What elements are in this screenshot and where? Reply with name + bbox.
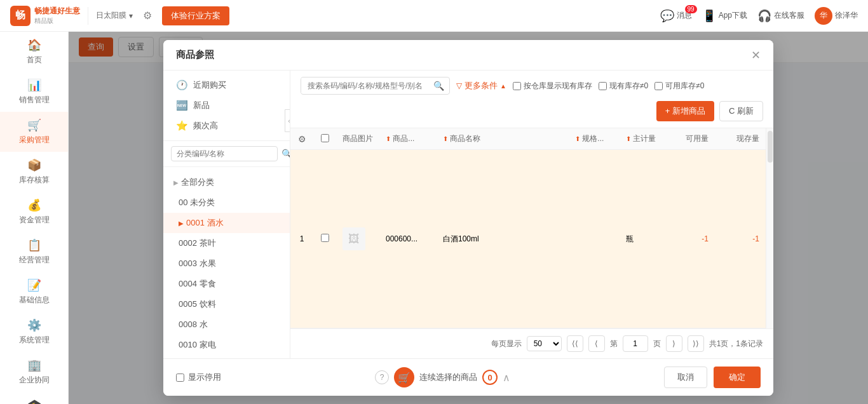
- cat-item-0005[interactable]: 0005 饮料: [163, 294, 290, 314]
- sidebar-icon-home: 🏠: [27, 38, 41, 52]
- refresh-btn[interactable]: C 刷新: [719, 101, 763, 121]
- sidebar-icon-basic: 📝: [27, 278, 41, 292]
- cat-label-0002: 0002 茶叶: [179, 238, 216, 249]
- chk-nonzero-label[interactable]: 现有库存≠0: [599, 81, 648, 91]
- confirm-btn[interactable]: 确定: [714, 367, 761, 388]
- cat-collapse-btn[interactable]: ‹‹: [285, 109, 290, 132]
- product-search-input[interactable]: [301, 78, 428, 93]
- online-service-item[interactable]: 🎧 在线客服: [757, 9, 804, 23]
- td-spec: [569, 150, 620, 328]
- gear-button[interactable]: ⚙: [140, 7, 154, 24]
- sidebar-item-guide[interactable]: 🎓新手引导: [0, 392, 68, 404]
- page-last-btn[interactable]: ⟩⟩: [688, 335, 704, 352]
- exp-btn[interactable]: 体验行业方案: [162, 6, 229, 25]
- select-all-checkbox[interactable]: [321, 134, 329, 142]
- cat-label-00: 00 未分类: [179, 197, 215, 208]
- user-avatar: 华: [815, 7, 832, 25]
- cat-search-btn[interactable]: 🔍: [281, 149, 290, 159]
- help-icon[interactable]: ?: [375, 370, 389, 384]
- product-toolbar: 🔍 ▽ 更多条件 ▲ 按仓库显示现有库存: [290, 71, 773, 128]
- td-available: -1: [664, 150, 715, 328]
- modal-dialog: 商品参照 ✕ 🕐 近期购买 🆕 新品: [163, 40, 773, 396]
- th-code[interactable]: ⬆ 商品...: [379, 128, 437, 150]
- sidebar-label-ops: 经营管理: [19, 255, 50, 266]
- th-name[interactable]: ⬆ 商品名称: [437, 128, 569, 150]
- sidebar-item-basic[interactable]: 📝基础信息: [0, 272, 68, 312]
- cat-item-0003[interactable]: 0003 水果: [163, 253, 290, 274]
- td-row-num: 1: [290, 150, 313, 328]
- selected-text: 连续选择的商品: [419, 372, 477, 383]
- show-disabled-label[interactable]: 显示停用: [176, 372, 221, 383]
- chk-nonzero[interactable]: [599, 82, 607, 90]
- th-img[interactable]: 商品图片: [336, 128, 379, 150]
- table-scrollbar[interactable]: [766, 128, 773, 328]
- messages-icon-item[interactable]: 💬 99 消息: [660, 9, 692, 23]
- chk-warehouse[interactable]: [513, 82, 521, 90]
- sidebar-icon-guide: 🎓: [27, 398, 41, 404]
- show-disabled-checkbox[interactable]: [176, 374, 184, 382]
- cat-item-0004[interactable]: 0004 零食: [163, 274, 290, 294]
- sidebar-item-ops[interactable]: 📋经营管理: [0, 232, 68, 272]
- cart-icon[interactable]: 🛒: [394, 367, 414, 387]
- sidebar-item-inventory[interactable]: 📦库存核算: [0, 152, 68, 192]
- page-input[interactable]: [623, 335, 648, 352]
- cancel-btn[interactable]: 取消: [664, 367, 707, 388]
- toolbar-actions: + 新增商品 C 刷新: [656, 101, 763, 121]
- cat-item-0008[interactable]: 0008 水: [163, 314, 290, 335]
- td-checkbox[interactable]: [313, 150, 336, 328]
- th-settings[interactable]: ⚙: [290, 128, 313, 150]
- filter-more-btn[interactable]: ▽ 更多条件 ▲: [456, 80, 506, 91]
- chk-warehouse-label[interactable]: 按仓库显示现有库存: [513, 81, 592, 91]
- cat-quick-recent[interactable]: 🕐 近期购买: [171, 76, 282, 95]
- cat-item-0010[interactable]: 0010 家电: [163, 335, 290, 355]
- page-first-btn[interactable]: ⟨⟨: [567, 335, 583, 352]
- sidebar-label-inventory: 库存核算: [19, 175, 50, 185]
- page-next-btn[interactable]: ⟩: [666, 335, 682, 352]
- add-product-btn[interactable]: + 新增商品: [656, 101, 714, 121]
- th-spec[interactable]: ⬆ 规格...: [569, 128, 620, 150]
- page-size-select[interactable]: 50 100 200: [527, 336, 562, 351]
- sidebar-icon-purchase: 🛒: [27, 118, 41, 132]
- sidebar-label-enterprise: 企业协同: [19, 375, 50, 386]
- app-download-item[interactable]: 📱 App下载: [702, 9, 747, 23]
- sidebar-item-home[interactable]: 🏠首页: [0, 32, 68, 72]
- cat-search-input[interactable]: [171, 146, 278, 161]
- modal-close-btn[interactable]: ✕: [751, 50, 761, 61]
- sidebar-item-finance[interactable]: 💰资金管理: [0, 192, 68, 232]
- company-selector[interactable]: 日太阳膜 ▾: [96, 10, 133, 21]
- modal-title: 商品参照: [176, 49, 214, 61]
- filter-more-label: 更多条件: [465, 80, 498, 91]
- refresh-label: C 刷新: [729, 105, 754, 117]
- th-unit[interactable]: ⬆ 主计量: [620, 128, 664, 150]
- sidebar-item-system[interactable]: ⚙️系统管理: [0, 312, 68, 352]
- sidebar-item-purchase[interactable]: 🛒采购管理: [0, 112, 68, 152]
- chk-available-label[interactable]: 可用库存≠0: [654, 81, 704, 91]
- pagination: 每页显示 50 100 200 ⟨⟨ ⟨ 第 页 ⟩ ⟩⟩ 共1页，1: [290, 328, 773, 358]
- modal-header: 商品参照 ✕: [163, 40, 773, 71]
- user-item[interactable]: 华 徐泽华: [815, 7, 858, 25]
- th-checkbox[interactable]: [313, 128, 336, 150]
- chevron-up-icon[interactable]: ∧: [503, 372, 510, 384]
- product-search-btn[interactable]: 🔍: [428, 77, 449, 94]
- footer-cart: ? 🛒 连续选择的商品 0 ∧: [375, 367, 510, 387]
- cat-item-all[interactable]: ▶全部分类: [163, 172, 290, 192]
- cat-item-00[interactable]: 00 未分类: [163, 192, 290, 213]
- sidebar-item-sales[interactable]: 📊销售管理: [0, 72, 68, 112]
- th-stock[interactable]: 现存量: [715, 128, 766, 150]
- add-product-label: + 新增商品: [665, 105, 705, 117]
- page-prev-btn[interactable]: ⟨: [588, 335, 605, 352]
- cat-item-0001[interactable]: ▶0001 酒水: [163, 213, 290, 233]
- cat-item-0002[interactable]: 0002 茶叶: [163, 233, 290, 253]
- table-row[interactable]: 1 🖼 000600... 白酒100ml 瓶 -1: [290, 150, 766, 328]
- cat-quick-new[interactable]: 🆕 新品: [171, 96, 282, 115]
- sidebar-label-system: 系统管理: [19, 335, 50, 346]
- row-checkbox[interactable]: [321, 234, 329, 242]
- product-image: 🖼: [342, 227, 365, 250]
- cat-label-0001: 0001 酒水: [186, 217, 224, 229]
- cat-quick-freq[interactable]: ⭐ 频次高: [171, 116, 282, 135]
- chk-available[interactable]: [654, 82, 663, 90]
- sidebar-item-enterprise[interactable]: 🏢企业协同: [0, 352, 68, 392]
- th-avail[interactable]: 可用量: [664, 128, 715, 150]
- sidebar-label-sales: 销售管理: [19, 95, 50, 105]
- cat-quick-items: 🕐 近期购买 🆕 新品 ⭐ 频次高: [163, 71, 290, 141]
